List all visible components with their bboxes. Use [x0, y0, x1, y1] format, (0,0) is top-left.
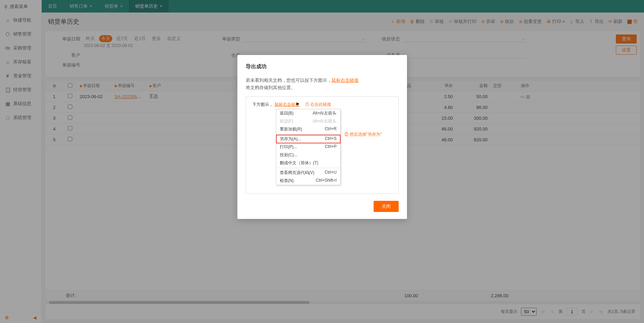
- right-click-link[interactable]: 鼠标右击链接: [332, 78, 359, 83]
- context-menu-item: 另存为(A)...Ctrl+S: [276, 135, 340, 143]
- context-menu-item: 检查(N)Ctrl+Shift+I: [276, 177, 340, 185]
- context-menu-item: 前进(F)Alt+向右箭头: [276, 117, 340, 125]
- context-menu-item: 打印(P)...Ctrl+P: [276, 143, 340, 151]
- context-menu-item: 查看网页源代码(V)Ctrl+U: [276, 169, 340, 177]
- instruction-diagram: 下方图示， 鼠标右击链接 ➤ ① 右击此链接 返回(B)Alt+向左箭头前进(F…: [246, 96, 399, 194]
- modal-overlay[interactable]: 导出成功 若未看到相关文档，您也可以按下方图示，鼠标右击链接 将文档存储到其他位…: [0, 0, 644, 323]
- context-menu-item: 翻成中文（简体）(T): [276, 159, 340, 167]
- modal-title: 导出成功: [246, 63, 399, 70]
- export-success-modal: 导出成功 若未看到相关文档，您也可以按下方图示，鼠标右击链接 将文档存储到其他位…: [237, 55, 407, 219]
- callout-1: ① 右击此链接: [305, 102, 331, 108]
- context-menu-item: 投射(C)...: [276, 151, 340, 159]
- context-menu-item: 重新加载(R)Ctrl+R: [276, 125, 340, 133]
- cursor-icon: ➤: [295, 101, 300, 107]
- context-menu-item: 返回(B)Alt+向左箭头: [276, 109, 340, 117]
- callout-2: ② 然后选择"另存为": [344, 132, 382, 137]
- context-menu: 返回(B)Alt+向左箭头前进(F)Alt+向右箭头重新加载(R)Ctrl+R另…: [276, 109, 341, 185]
- close-button[interactable]: 关闭: [374, 201, 399, 212]
